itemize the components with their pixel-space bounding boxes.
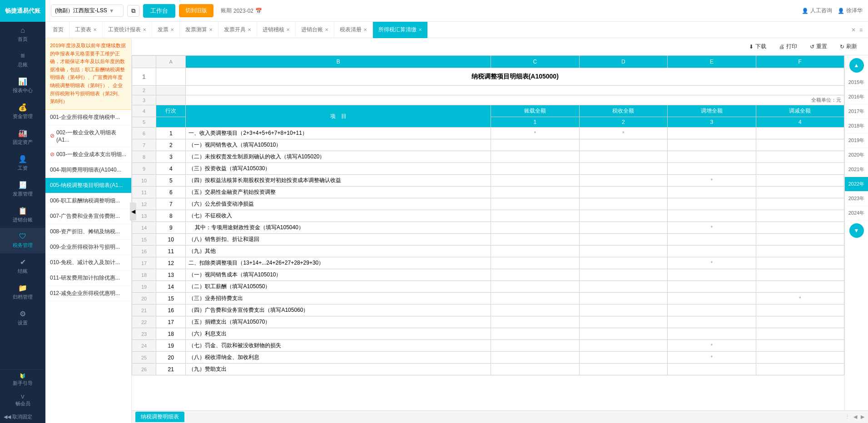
sidebar-item-report[interactable]: 📊 报表中心 [0,73,45,98]
calendar-icon[interactable]: 📅 [255,8,262,14]
menu-item-003[interactable]: ⊘ 003-一般企业成本支出明细... [45,147,131,162]
year-2016[interactable]: 2016年 [845,90,868,104]
bottom-tab-adjust[interactable]: 纳税调整明细表 [135,412,184,422]
old-version-button[interactable]: 切到旧版 [179,4,213,17]
close-purchase-ledger-tab[interactable]: ✕ [325,27,328,32]
sidebar-item-tax-mgmt[interactable]: 🛡 税务管理 [0,228,45,253]
tab-invoice-calc[interactable]: 发票测算 ✕ [180,22,218,38]
close-purchase-check-tab[interactable]: ✕ [286,27,290,32]
col-item-header: 项 目 [186,105,491,128]
tab-income-tax[interactable]: 所得税汇算清缴 ✕ [373,22,428,38]
print-button[interactable]: 🖨 打印 [775,41,801,52]
service-button[interactable]: 👤 人工咨询 [802,7,832,15]
menu-item-004[interactable]: 004-期间费用明细表(A1040... [45,162,131,178]
sidebar-item-purchase-sales[interactable]: 📋 进销台账 [0,202,45,228]
period-label: 账期 2023-02 📅 [221,7,262,15]
refresh-button[interactable]: ↻ 刷新 [836,41,861,52]
scroll-left-button[interactable]: ◀ [853,414,857,420]
company-selector[interactable]: (物副）江西殷宝-LSS ▼ [51,5,124,17]
menu-item-010[interactable]: 010-免税、减计收入及加计... [45,255,131,271]
col-increase-header: 调增全额 [668,105,756,117]
year-2020[interactable]: 2020年 [845,148,868,162]
more-tabs-button[interactable]: ≡ [859,27,863,33]
year-down-button[interactable]: ▼ [849,223,864,238]
year-2018[interactable]: 2018年 [845,119,868,133]
content-area: 2019年度涉及取以前年度继续数据的申报表单元格需要手工维护正确，才能保证本年及… [45,38,868,423]
panel-collapse-button[interactable]: ◀ [132,202,136,221]
close-salary-report-tab[interactable]: ✕ [143,27,146,32]
reset-button[interactable]: ↺ 重置 [806,41,831,52]
year-2021[interactable]: 2021年 [845,162,868,177]
scroll-right-button[interactable]: ▶ [861,414,864,420]
table-row: 7 2 （一）视同销售收入（填写A105010） [132,139,844,151]
menu-item-011[interactable]: 011-研发费用加计扣除优惠... [45,271,131,286]
sidebar-item-settings[interactable]: ⚙ 设置 [0,305,45,331]
year-2017[interactable]: 2017年 [845,104,868,119]
table-row: 17 12 二、扣除类调整项目（13+14+...24+26+27+28+29+… [132,257,844,269]
year-2023[interactable]: 2023年 [845,192,868,206]
sidebar-item-archive[interactable]: 📁 归档管理 [0,279,45,305]
close-invoice-issue-tab[interactable]: ✕ [248,27,251,32]
unfix-icon: ◀◀ [4,414,11,420]
year-2015[interactable]: 2015年 [845,75,868,90]
menu-item-008[interactable]: 008-资产折旧、摊销及纳税... [45,224,131,240]
menu-item-001[interactable]: 001-企业所得税年度纳税申... [45,110,131,125]
table-row: 4 行次 项 目 账载全额 税收全额 调增全额 调减全额 [132,105,844,117]
close-tax-clear-tab[interactable]: ✕ [363,27,367,32]
sidebar-item-salary[interactable]: 👤 工资 [0,150,45,176]
archive-icon: 📁 [18,284,27,292]
sidebar-item-fixed-asset[interactable]: 🏭 固定资产 [0,124,45,150]
tab-home[interactable]: 首页 [47,22,69,38]
refresh-icon: ↻ [840,44,844,50]
spreadsheet-wrapper[interactable]: A B C D E F 1 [132,55,844,410]
tab-invoice[interactable]: 发票 ✕ [152,22,180,38]
unfix-button[interactable]: ◀◀ 取消固定 [0,411,45,423]
company-label: (物副）江西殷宝-LSS [55,7,107,15]
tab-purchase-ledger[interactable]: 进销台账 ✕ [296,22,334,38]
sidebar-item-closing[interactable]: ✔ 结账 [0,253,45,279]
sidebar-item-invoice-mgmt[interactable]: 🧾 发票管理 [0,176,45,202]
menu-item-002[interactable]: ⊘ 002-一般企业收入明细表(A1... [45,125,131,147]
menu-item-009[interactable]: 009-企业所得税弥补亏损明... [45,240,131,255]
table-row: 13 8 （七）不征税收入 [132,210,844,222]
sidebar-item-home[interactable]: ⌂ 首页 [0,22,45,47]
close-invoice-calc-tab[interactable]: ✕ [209,27,213,32]
topbar: (物副）江西殷宝-LSS ▼ ⧉ 工作台 切到旧版 账期 2023-02 📅 👤… [45,0,868,22]
table-row: 10 5 （四）按权益法核算长期股权投资对初始投资成本调整确认收益 * [132,175,844,187]
menu-item-012[interactable]: 012-减免企业所得税优惠明... [45,286,131,301]
notice-area: 2019年度涉及取以前年度继续数据的申报表单元格需要手工维护正确，才能保证本年及… [45,38,131,110]
bottom-bar: 纳税调整明细表 ⋮ ◀ ▶ [132,410,868,423]
menu-item-007[interactable]: 007-广告费和业务宣传费附... [45,209,131,224]
sidebar-item-vip[interactable]: V 畅会员 [0,390,45,411]
workbench-button[interactable]: 工作台 [143,4,175,18]
table-row: 23 18 （六）利息支出 [132,328,844,340]
menu-item-005[interactable]: 005-纳税调整项目明细表(A1... [45,178,131,193]
download-button[interactable]: ⬇ 下载 [745,41,770,52]
tab-purchase-check[interactable]: 进销稽核 ✕ [257,22,296,38]
menu-item-006[interactable]: 006-职工薪酬纳税调整明细... [45,193,131,209]
close-invoice-tab[interactable]: ✕ [170,27,174,32]
year-2024[interactable]: 2024年 [845,206,868,221]
close-income-tax-tab[interactable]: ✕ [418,27,422,32]
col-4-subheader: 4 [756,117,844,128]
tab-invoice-issue[interactable]: 发票开具 ✕ [218,22,257,38]
year-up-button[interactable]: ▲ [849,58,864,73]
sidebar-item-asset-mgmt[interactable]: 💰 资金管理 [0,98,45,124]
tab-salary-report[interactable]: 工资统计报表 ✕ [103,22,152,38]
close-salary-tab[interactable]: ✕ [93,27,97,32]
user-profile[interactable]: 👤 徐泽华 [838,7,863,15]
service-icon: 👤 [802,8,808,14]
tab-tax-clear[interactable]: 税表清册 ✕ [334,22,373,38]
asset-mgmt-icon: 💰 [18,103,27,112]
sidebar-item-ledger[interactable]: ≡ 总账 [0,47,45,73]
year-2019[interactable]: 2019年 [845,133,868,148]
table-row: 12 7 （六）公允价值变动净损益 [132,198,844,210]
close-all-tabs-button[interactable]: ✕ [851,27,856,33]
invoice-mgmt-icon: 🧾 [18,181,27,189]
year-2022[interactable]: 2022年 [845,177,868,192]
tab-salary[interactable]: 工资表 ✕ [69,22,103,38]
col-e-header: E [668,56,756,68]
sidebar-item-guide[interactable]: 🔰 新手引导 [0,369,45,390]
table-row: 6 1 一、收入类调整项目（2+3+4+5+6+7+8+10+11） * * [132,128,844,139]
copy-button[interactable]: ⧉ [127,5,139,17]
